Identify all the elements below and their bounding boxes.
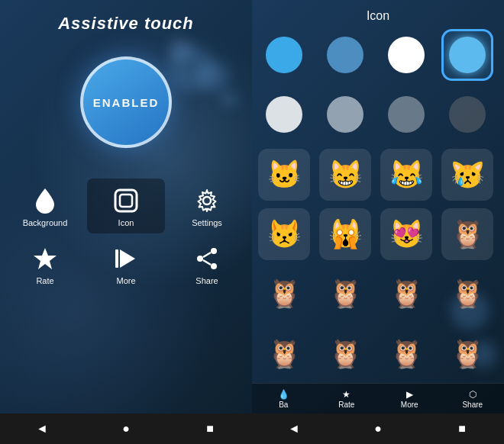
menu-item-background[interactable]: Background: [6, 179, 84, 233]
menu-item-icon[interactable]: Icon: [87, 179, 165, 233]
menu-label-rate: Rate: [36, 276, 53, 285]
icon-option-light-gray[interactable]: [319, 88, 371, 140]
right-bar-share-label: Share: [462, 401, 483, 409]
owl8-emoji: 🦉: [389, 340, 424, 368]
icon-selection-grid: 🐱 😸 😹 😿 😾 🙀 😻 🦉: [252, 29, 504, 383]
cat4-emoji: 😿: [451, 161, 485, 188]
icon-option-owl6[interactable]: 🦉: [258, 328, 310, 380]
star-icon: [31, 244, 60, 273]
icon-option-dark-gray[interactable]: [441, 88, 493, 140]
right-panel: Icon: [252, 0, 504, 444]
circle-white: [388, 37, 425, 73]
svg-point-7: [197, 256, 203, 262]
owl2-emoji: 🦉: [267, 280, 302, 307]
icon-option-white-lg[interactable]: [258, 88, 310, 140]
icon-option-blue-glow-selected[interactable]: [441, 29, 493, 81]
svg-line-9: [203, 253, 211, 257]
right-bar-rate[interactable]: ★ Rate: [315, 389, 379, 409]
icon-option-cat2[interactable]: 😸: [319, 149, 371, 201]
nav-back-right[interactable]: ◄: [279, 413, 309, 444]
owl6-emoji: 🦉: [267, 340, 302, 368]
menu-label-background: Background: [23, 218, 68, 227]
nav-home-right[interactable]: ●: [363, 413, 393, 444]
right-content: Icon: [252, 0, 504, 444]
share-bar-icon: ⬡: [469, 389, 477, 400]
left-content: Assistive touch ENABLED Background: [0, 0, 252, 444]
circle-dark-gray: [449, 96, 486, 133]
right-bar-more[interactable]: ▶ More: [378, 389, 441, 409]
icon-option-gray[interactable]: [380, 88, 432, 140]
svg-line-10: [203, 260, 211, 265]
svg-marker-3: [34, 248, 57, 269]
circle-blue-filled: [266, 37, 302, 73]
svg-rect-0: [115, 190, 137, 211]
icon-option-cat5[interactable]: 😾: [258, 208, 310, 260]
nav-recent-right[interactable]: ■: [447, 413, 477, 444]
menu-label-share: Share: [195, 276, 218, 285]
icon-option-cat3[interactable]: 😹: [380, 149, 432, 201]
icon-option-cat6[interactable]: 🙀: [319, 208, 371, 260]
cat2-emoji: 😸: [328, 161, 363, 188]
icon-option-owl3[interactable]: 🦉: [319, 268, 371, 320]
play-icon: [111, 244, 141, 273]
menu-item-more[interactable]: More: [87, 236, 165, 291]
share-icon: [192, 244, 221, 273]
icon-option-white[interactable]: [380, 29, 432, 81]
nav-home-left[interactable]: ●: [111, 413, 141, 444]
menu-label-settings: Settings: [192, 218, 222, 227]
menu-label-more: More: [116, 276, 135, 285]
owl3-emoji: 🦉: [328, 280, 363, 307]
owl1-emoji: 🦉: [451, 220, 485, 248]
icon-option-blue-light[interactable]: [319, 29, 371, 81]
icon-section-title: Icon: [252, 0, 504, 29]
menu-grid: Background Icon: [0, 179, 252, 291]
owl5-emoji: 🦉: [451, 280, 485, 307]
owl9-emoji: 🦉: [451, 340, 485, 368]
icon-option-owl5[interactable]: 🦉: [441, 268, 493, 320]
owl7-emoji: 🦉: [328, 340, 363, 368]
more-bar-icon: ▶: [406, 389, 413, 400]
right-bar-rate-label: Rate: [338, 401, 354, 409]
icon-option-owl8[interactable]: 🦉: [380, 328, 432, 380]
svg-marker-4: [120, 249, 135, 268]
svg-point-8: [211, 263, 217, 269]
right-bar-background[interactable]: 💧 Ba: [252, 389, 315, 409]
toggle-button[interactable]: ENABLED: [80, 56, 172, 148]
svg-rect-5: [115, 249, 118, 268]
right-bar-background-label: Ba: [279, 401, 288, 409]
menu-item-rate[interactable]: Rate: [6, 236, 84, 291]
drop-icon: [31, 186, 60, 215]
svg-point-6: [211, 248, 217, 254]
menu-item-settings[interactable]: Settings: [168, 179, 246, 233]
cat7-emoji: 😻: [389, 220, 424, 248]
icon-option-blue-filled[interactable]: [258, 29, 310, 81]
gear-icon: [192, 186, 221, 215]
icon-option-cat1[interactable]: 🐱: [258, 149, 310, 201]
circle-blue-glow: [449, 37, 486, 73]
circle-light-gray: [327, 96, 363, 133]
icon-option-owl4[interactable]: 🦉: [380, 268, 432, 320]
icon-option-owl1[interactable]: 🦉: [441, 208, 493, 260]
circle-blue-light: [327, 37, 363, 73]
menu-item-share[interactable]: Share: [168, 236, 246, 291]
icon-option-owl7[interactable]: 🦉: [319, 328, 371, 380]
rate-bar-icon: ★: [342, 389, 351, 400]
right-bottom-bar: 💧 Ba ★ Rate ▶ More ⬡ Share: [252, 383, 504, 413]
bottom-nav-left: ◄ ● ■: [0, 413, 252, 444]
icon-option-owl2[interactable]: 🦉: [258, 268, 310, 320]
circle-gray: [388, 96, 425, 133]
app-title: Assistive touch: [58, 14, 194, 34]
icon-option-cat7[interactable]: 😻: [380, 208, 432, 260]
nav-back-left[interactable]: ◄: [27, 413, 57, 444]
bottom-nav-right: ◄ ● ■: [252, 413, 504, 444]
right-bar-share[interactable]: ⬡ Share: [441, 389, 505, 409]
cat6-emoji: 🙀: [328, 220, 363, 248]
nav-recent-left[interactable]: ■: [195, 413, 225, 444]
cat5-emoji: 😾: [267, 220, 302, 248]
toggle-label: ENABLED: [93, 96, 160, 109]
svg-point-2: [203, 197, 211, 204]
icon-option-owl9[interactable]: 🦉: [441, 328, 493, 380]
right-bar-more-label: More: [401, 401, 418, 409]
left-panel: Assistive touch ENABLED Background: [0, 0, 252, 444]
icon-option-cat4[interactable]: 😿: [441, 149, 493, 201]
